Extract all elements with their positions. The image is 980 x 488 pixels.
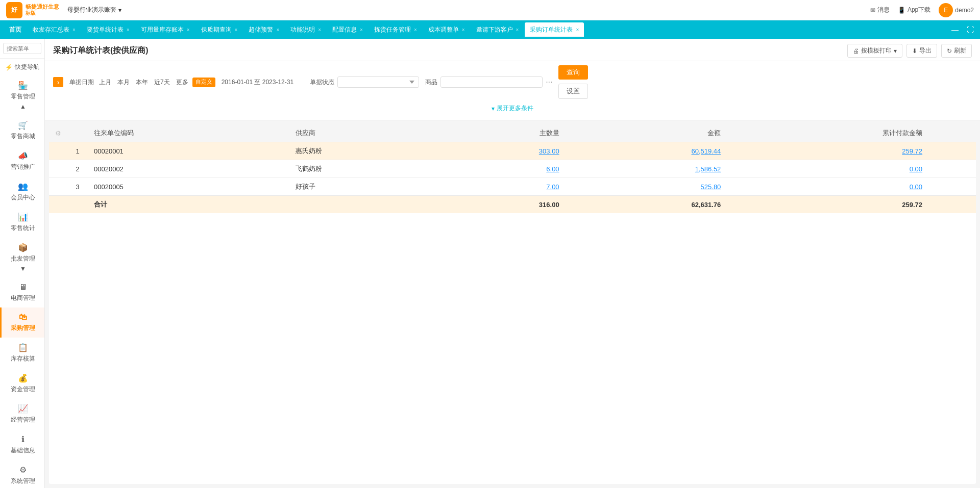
sidebar-item-operations[interactable]: 📈 经营管理: [0, 399, 44, 429]
date-custom-badge[interactable]: 自定义: [192, 78, 215, 87]
date-filter: 单据日期 上月 本月 本年 近7天 更多 自定义: [69, 78, 215, 87]
col-settings[interactable]: ⚙: [49, 124, 67, 142]
row-extra: [928, 178, 976, 196]
date-this-year[interactable]: 本年: [134, 78, 150, 87]
table-footer: 合计 316.00 62,631.76 259.72: [49, 196, 976, 214]
footer-amount: 62,631.76: [566, 196, 727, 214]
footer-qty: 316.00: [439, 196, 566, 214]
tab-function-desc[interactable]: 功能说明 ×: [285, 22, 326, 37]
logo-area: 好 畅捷通好生意 标版: [6, 2, 59, 18]
tab-close-icon[interactable]: ×: [462, 27, 465, 33]
nav-maximize-icon[interactable]: ⛶: [965, 24, 976, 35]
tab-shelf-life[interactable]: 保质期查询 ×: [196, 22, 243, 37]
col-qty: 主数量: [439, 124, 566, 142]
nav-minimize-icon[interactable]: —: [949, 24, 961, 35]
wholesale-arrow-icon: ▼: [20, 265, 26, 272]
tab-cost-adjust[interactable]: 成本调整单 ×: [423, 22, 470, 37]
ecommerce-icon: 🖥: [19, 282, 27, 292]
page-title: 采购订单统计表(按供应商): [53, 45, 149, 56]
date-last-7-days[interactable]: 近7天: [152, 78, 172, 87]
tab-avail-stock[interactable]: 可用量库存账本 ×: [136, 22, 195, 37]
tab-close-icon[interactable]: ×: [414, 27, 417, 33]
settings-button[interactable]: 设置: [558, 84, 588, 99]
workspace-arrow-icon: ▾: [118, 7, 121, 14]
sidebar-item-retail-stats[interactable]: 📊 零售统计: [0, 207, 44, 238]
tab-close-icon[interactable]: ×: [187, 27, 190, 33]
user-profile[interactable]: E demo2: [939, 3, 974, 17]
row-extra: [928, 142, 976, 160]
table-header: ⚙ 往来单位编码 供应商 主数量 金额 累计付款金额: [49, 124, 976, 142]
tab-order-stat[interactable]: 要货单统计表 ×: [82, 22, 135, 37]
row-unit-code: 00020001: [88, 142, 289, 160]
expand-more-button[interactable]: ▾ 展开更多条件: [487, 102, 537, 115]
col-amount: 金额: [566, 124, 727, 142]
sidebar-item-ecommerce[interactable]: 🖥 电商管理: [0, 277, 44, 307]
tab-home[interactable]: 首页: [4, 22, 27, 37]
data-table: ⚙ 往来单位编码 供应商 主数量 金额 累计付款金额 1 00020001: [49, 124, 976, 213]
date-this-month[interactable]: 本月: [115, 78, 132, 87]
footer-settings: [49, 196, 88, 214]
row-paid: 0.00: [727, 160, 928, 178]
status-select[interactable]: [337, 76, 419, 88]
filter-row-1: › 单据日期 上月 本月 本年 近7天 更多 自定义 2016-01-01 至 …: [53, 65, 972, 99]
table-body: 1 00020001 惠氏奶粉 303.00 60,519.44 259.72 …: [49, 142, 976, 196]
col-supplier: 供应商: [289, 124, 439, 142]
message-button[interactable]: ✉ 消息: [870, 6, 890, 14]
sidebar-item-finance[interactable]: 💰 资金管理: [0, 368, 44, 399]
search-input[interactable]: [3, 43, 41, 54]
sidebar-item-basic-info[interactable]: ℹ 基础信息: [0, 429, 44, 460]
tab-purchase-order-stat[interactable]: 采购订单统计表 ×: [525, 22, 584, 37]
row-settings: [49, 142, 67, 160]
sidebar-item-marketing[interactable]: 📣 营销推广: [0, 146, 44, 176]
sidebar: ⚡ 快捷导航 🏪 零售管理 ▲ 🛒 零售商城 📣 营销推广 👥 会员中心 📊 零…: [0, 39, 45, 488]
tab-collection-summary[interactable]: 收发存汇总表 ×: [28, 22, 81, 37]
sidebar-quick-nav[interactable]: ⚡ 快捷导航: [0, 59, 44, 75]
refresh-icon: ↻: [947, 47, 952, 55]
col-no: [67, 124, 88, 142]
export-button[interactable]: ⬇ 导出: [906, 44, 937, 58]
col-paid: 累计付款金额: [727, 124, 928, 142]
sidebar-item-system[interactable]: ⚙ 系统管理: [0, 460, 44, 488]
tab-close-icon[interactable]: ×: [127, 27, 130, 33]
refresh-button[interactable]: ↻ 刷新: [941, 44, 972, 58]
tab-close-icon[interactable]: ×: [276, 27, 279, 33]
tab-invite-downstream[interactable]: 邀请下游客户 ×: [471, 22, 524, 37]
goods-input[interactable]: [440, 76, 543, 88]
tab-close-icon[interactable]: ×: [72, 27, 76, 33]
sidebar-item-stock[interactable]: 📋 库存核算: [0, 338, 44, 368]
workspace-selector[interactable]: 母婴行业演示账套 ▾: [67, 6, 862, 14]
table-row[interactable]: 2 00020002 飞鹤奶粉 6.00 1,586.52 0.00: [49, 160, 976, 178]
sidebar-item-retail-mgmt[interactable]: 🏪 零售管理 ▲: [0, 75, 44, 115]
query-button[interactable]: 查询: [558, 65, 588, 80]
row-amount: 1,586.52: [566, 160, 727, 178]
goods-more-icon[interactable]: ···: [546, 78, 552, 87]
app-download-button[interactable]: 📱 App下载: [898, 6, 930, 14]
tab-close-icon[interactable]: ×: [516, 27, 519, 33]
system-icon: ⚙: [19, 465, 27, 475]
row-amount: 60,519.44: [566, 142, 727, 160]
message-icon: ✉: [870, 7, 875, 14]
tab-close-icon[interactable]: ×: [235, 27, 238, 33]
tab-close-icon[interactable]: ×: [318, 27, 321, 33]
tab-close-icon[interactable]: ×: [576, 27, 579, 33]
table-row[interactable]: 1 00020001 惠氏奶粉 303.00 60,519.44 259.72: [49, 142, 976, 160]
row-amount: 525.80: [566, 178, 727, 196]
sidebar-item-purchase[interactable]: 🛍 采购管理: [0, 307, 44, 338]
date-last-month[interactable]: 上月: [97, 78, 113, 87]
print-button[interactable]: 🖨 按模板打印 ▾: [847, 44, 902, 58]
filter-expand-button[interactable]: ›: [53, 77, 63, 87]
table-row[interactable]: 3 00020005 好孩子 7.00 525.80 0.00: [49, 178, 976, 196]
tab-pick-task[interactable]: 拣货任务管理 ×: [369, 22, 422, 37]
tab-config[interactable]: 配置信息 ×: [327, 22, 368, 37]
tab-close-icon[interactable]: ×: [360, 27, 363, 33]
content-area: 采购订单统计表(按供应商) 🖨 按模板打印 ▾ ⬇ 导出 ↻ 刷新: [45, 39, 980, 488]
print-arrow-icon: ▾: [894, 47, 897, 55]
sidebar-item-wholesale[interactable]: 📦 批发管理 ▼: [0, 238, 44, 277]
date-more[interactable]: 更多: [174, 78, 190, 87]
sidebar-item-retail-store[interactable]: 🛒 零售商城: [0, 115, 44, 146]
quick-nav-icon: ⚡: [5, 64, 13, 71]
page-header: 采购订单统计表(按供应商) 🖨 按模板打印 ▾ ⬇ 导出 ↻ 刷新: [45, 39, 980, 61]
row-qty: 6.00: [439, 160, 566, 178]
sidebar-item-member-center[interactable]: 👥 会员中心: [0, 176, 44, 207]
tab-overstock[interactable]: 超储预警 ×: [243, 22, 284, 37]
